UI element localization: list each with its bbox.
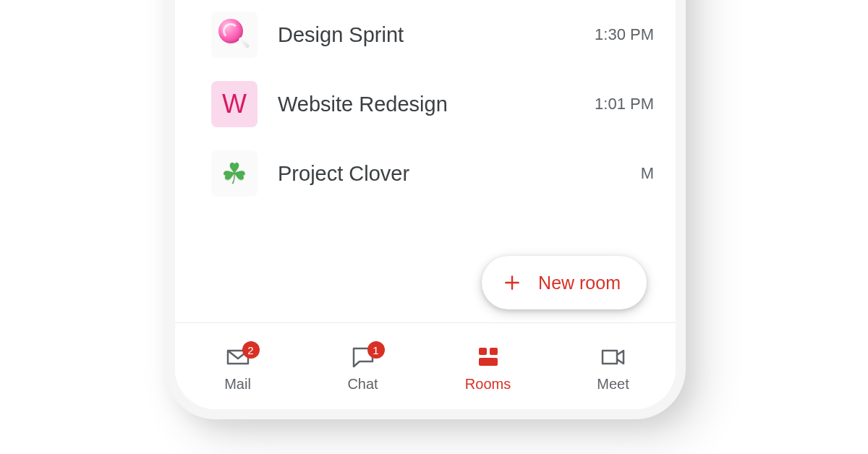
screen-content: Design Sprint 1:30 PM W Website Redesign…: [175, 0, 676, 409]
fab-label: New room: [538, 273, 621, 294]
room-time: 1:30 PM: [595, 25, 654, 44]
nav-item-meet[interactable]: Meet: [550, 323, 676, 409]
nav-item-mail[interactable]: 2 Mail: [175, 323, 300, 409]
room-time: 1:01 PM: [595, 95, 654, 113]
plus-icon: [502, 273, 522, 293]
room-name: Design Sprint: [278, 23, 574, 47]
badge: 2: [242, 341, 260, 359]
nav-label: Rooms: [465, 376, 511, 393]
nav-label: Mail: [224, 376, 251, 393]
clover-icon: ☘: [211, 150, 258, 197]
meet-icon: [600, 347, 626, 370]
room-name: Website Redesign: [278, 93, 574, 116]
svg-rect-0: [479, 348, 487, 355]
room-list: Design Sprint 1:30 PM W Website Redesign…: [175, 0, 676, 208]
phone-frame: Design Sprint 1:30 PM W Website Redesign…: [165, 0, 686, 419]
nav-item-chat[interactable]: 1 Chat: [300, 323, 425, 409]
bottom-nav: 2 Mail 1 Chat: [175, 322, 676, 409]
room-item-design-sprint[interactable]: Design Sprint 1:30 PM: [175, 0, 676, 69]
badge: 1: [367, 341, 385, 359]
nav-label: Meet: [597, 376, 629, 393]
new-room-button[interactable]: New room: [482, 256, 647, 309]
room-item-project-clover[interactable]: ☘ Project Clover M: [175, 139, 676, 208]
rooms-icon: [477, 346, 500, 371]
room-item-website-redesign[interactable]: W Website Redesign 1:01 PM: [175, 69, 676, 139]
svg-rect-1: [490, 348, 498, 355]
nav-item-rooms[interactable]: Rooms: [425, 323, 550, 409]
svg-rect-2: [479, 358, 498, 366]
room-time: M: [641, 164, 654, 183]
room-name: Project Clover: [278, 162, 621, 186]
nav-label: Chat: [347, 376, 378, 393]
letter-avatar-icon: W: [211, 81, 258, 127]
candy-icon: [211, 12, 258, 58]
